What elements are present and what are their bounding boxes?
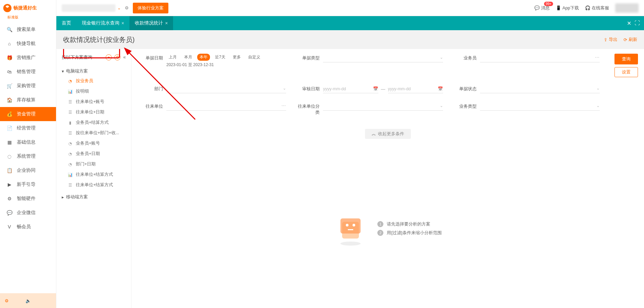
list-icon: ☰ (67, 183, 73, 188)
partner-select[interactable]: ⋯ (166, 102, 286, 111)
scheme-item[interactable]: ▮业务员+结算方式 (65, 117, 128, 128)
scheme-item[interactable]: ◔业务员+账号 (65, 138, 128, 149)
chip-custom[interactable]: 自定义 (246, 54, 263, 61)
org-settings-icon[interactable]: ⚙ (125, 5, 129, 10)
guide-icon: ▶ (6, 182, 13, 187)
collapse-bar: ︽ 收起更多条件 (138, 129, 638, 139)
clock-icon: ◔ (67, 162, 73, 167)
tab-label: 收款情况统计 (135, 20, 163, 26)
nav-label: 采购管理 (17, 83, 36, 89)
scheme-item[interactable]: 📊往来单位+结算方式 (65, 169, 128, 180)
chip-this-month[interactable]: 本月 (182, 54, 195, 61)
nav-basic-info[interactable]: ▦基础信息 (0, 135, 56, 149)
scheme-header: 按以下方案查询 + ⚙ « (60, 53, 128, 64)
refresh-icon: ⟳ (624, 37, 627, 42)
nav-guide[interactable]: ▶新手引导 (0, 177, 56, 192)
org-switcher[interactable]: ⌄ (62, 4, 121, 12)
settings-gear-icon[interactable]: ⚙ (5, 298, 9, 303)
more-icon: ⋯ (281, 103, 286, 108)
app-download-button[interactable]: 📱App下载 (556, 5, 579, 11)
nav-wechat[interactable]: 💬企业微信 (0, 206, 56, 220)
partner-category-select[interactable]: ⌄ (323, 102, 443, 111)
bill-status-select[interactable]: ⌄ (480, 85, 600, 93)
fullscreen-icon[interactable]: ⛶ (635, 20, 640, 26)
svg-point-4 (346, 224, 348, 226)
audit-date-from[interactable]: yyyy-mm-dd📅 (323, 85, 378, 93)
chevron-down-icon: ⌄ (283, 86, 286, 91)
nav-marketing[interactable]: 🎁营销推广 (0, 51, 56, 65)
chip-7days[interactable]: 近7天 (213, 54, 228, 61)
biz-type-select[interactable]: ⌄ (480, 102, 600, 111)
filter-label: 单据状态 (451, 85, 477, 92)
nav-operation[interactable]: 📄经营管理 (0, 121, 56, 135)
scheme-item-label: 按明细 (76, 89, 89, 94)
scheme-item-label: 往来单位+结算方式 (76, 172, 113, 177)
scheme-group-mobile: ▸移动端方案 (60, 192, 128, 202)
close-icon[interactable]: × (121, 20, 124, 26)
nav-label: 智能硬件 (17, 196, 36, 202)
caret-down-icon: ▾ (62, 69, 64, 74)
nav-purchase[interactable]: 🛒采购管理 (0, 79, 56, 93)
scheme-item[interactable]: ◔部门+日期 (65, 159, 128, 169)
audit-date-to[interactable]: yyyy-mm-dd📅 (388, 85, 443, 93)
tab-cash-flow[interactable]: 现金银行流水查询× (76, 16, 129, 30)
bag-icon: 🛍 (6, 69, 13, 74)
scheme-item[interactable]: 📊按明细 (65, 86, 128, 97)
nav-collab[interactable]: 📋企业协同 (0, 163, 56, 177)
scheme-settings-button[interactable]: ⚙ (114, 54, 120, 60)
tab-home[interactable]: 首页 (56, 16, 76, 30)
chip-last-month[interactable]: 上月 (166, 54, 179, 61)
nav-hardware[interactable]: ⚙智能硬件 (0, 192, 56, 206)
chip-more[interactable]: 更多 (230, 54, 243, 61)
nav-quick-nav[interactable]: ⌂快捷导航 (0, 37, 56, 51)
robot-icon (334, 208, 367, 249)
search-button[interactable]: 查询 (614, 54, 638, 64)
edition-label: 标准版 (7, 15, 56, 20)
caret-right-icon: ▸ (62, 195, 64, 200)
filter-label: 单据类型 (294, 54, 320, 61)
scheme-item[interactable]: ☰往来单位+结算方式 (65, 180, 128, 190)
nav-search-menu[interactable]: 🔍搜索菜单 (0, 22, 56, 37)
chip-this-year[interactable]: 本年 (197, 54, 210, 61)
scheme-group-toggle[interactable]: ▸移动端方案 (60, 192, 128, 202)
refresh-button[interactable]: ⟳刷新 (624, 37, 637, 43)
scheme-item[interactable]: ◔按业务员 (65, 76, 128, 86)
nav-inventory[interactable]: 🏠库存核算 (0, 93, 56, 107)
org-name-blurred (62, 4, 115, 12)
close-all-icon[interactable]: ✕ (627, 20, 631, 27)
messages-button[interactable]: 💬 消息 99+ (534, 5, 550, 11)
add-scheme-button[interactable]: + (106, 54, 112, 60)
user-avatar[interactable] (615, 3, 639, 13)
nav-sales[interactable]: 🛍销售管理 (0, 65, 56, 79)
scheme-item[interactable]: ◔业务员+日期 (65, 149, 128, 159)
export-button[interactable]: ⇪导出 (604, 37, 618, 43)
placeholder: yyyy-mm-dd (388, 87, 411, 91)
empty-step-2: 2用[过滤]条件来缩小分析范围 (377, 230, 441, 236)
filter-label: 单据日期 (138, 54, 163, 61)
nav-system[interactable]: ◌系统管理 (0, 149, 56, 163)
nav-funds[interactable]: 💰资金管理 (0, 107, 56, 121)
scheme-group-toggle[interactable]: ▾电脑端方案 (60, 66, 128, 76)
collapse-conditions-button[interactable]: ︽ 收起更多条件 (365, 129, 411, 139)
department-select[interactable]: ⌄ (166, 85, 286, 93)
scheme-item[interactable]: ☰往来单位+账号 (65, 97, 128, 107)
more-icon: ⋯ (595, 55, 600, 60)
close-icon[interactable]: × (165, 20, 168, 26)
sound-icon[interactable]: 🔈 (25, 298, 31, 303)
tab-receipt-stats[interactable]: 收款情况统计× (129, 16, 173, 30)
svg-rect-6 (348, 229, 353, 230)
nav-vip[interactable]: V畅会员 (0, 220, 56, 234)
date-range-text: 2023-01-01 至 2023-12-31 (166, 62, 286, 68)
chevron-down-icon: ⌄ (440, 103, 443, 108)
bill-type-select[interactable]: ⌄ (323, 54, 443, 62)
salesperson-select[interactable]: ⋯ (480, 54, 600, 62)
scheme-list: ◔按业务员 📊按明细 ☰往来单位+账号 ☰往来单位+日期 ▮业务员+结算方式 ☰… (60, 76, 128, 190)
scheme-item[interactable]: ☰往来单位+日期 (65, 107, 128, 117)
collapse-panel-icon[interactable]: « (123, 54, 126, 60)
audit-date-control: yyyy-mm-dd📅 — yyyy-mm-dd📅 (323, 85, 443, 95)
settings-button[interactable]: 设置 (614, 67, 638, 77)
nav-label: 销售管理 (17, 69, 36, 75)
scheme-item[interactable]: ☰按往来单位+部门+收... (65, 128, 128, 138)
customer-service-button[interactable]: 🎧在线客服 (585, 5, 609, 11)
experience-button[interactable]: 体验行业方案 (133, 3, 168, 13)
